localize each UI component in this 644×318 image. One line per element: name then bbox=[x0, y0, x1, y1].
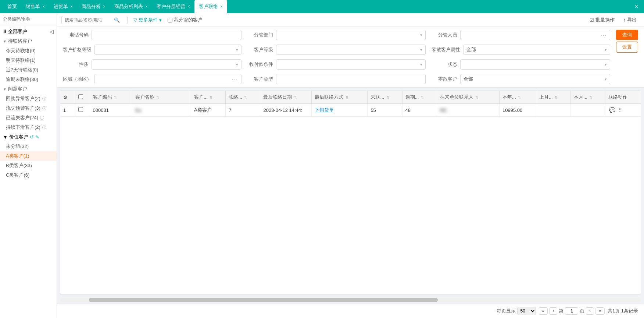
sidebar-item-today[interactable]: 今天待联络(0) bbox=[0, 46, 57, 56]
query-button[interactable]: 查询 bbox=[616, 30, 638, 40]
filter-nature-label: 性质 bbox=[63, 61, 89, 68]
td-checkbox[interactable] bbox=[75, 104, 90, 117]
sort-icon-unit[interactable]: ⇅ bbox=[475, 95, 478, 99]
th-contact-count: 联络... ⇅ bbox=[226, 91, 260, 104]
my-customers-checkbox[interactable] bbox=[168, 18, 172, 22]
edit-icon[interactable]: ✎ bbox=[35, 134, 39, 140]
nav-product-list-close-icon[interactable]: × bbox=[145, 0, 148, 13]
qr-action-icon[interactable]: ⠿ bbox=[618, 107, 622, 113]
nav-purchase-close-icon[interactable]: × bbox=[70, 0, 73, 13]
sidebar-section-pending[interactable]: ▼ 待联络客户 bbox=[0, 36, 57, 46]
horizontal-scrollbar[interactable] bbox=[60, 298, 641, 302]
info-icon-4: ⓘ bbox=[42, 125, 46, 130]
sort-icon-method[interactable]: ⇅ bbox=[346, 95, 348, 99]
nav-product-analysis-close-icon[interactable]: × bbox=[103, 0, 105, 13]
sidebar-item-class-b[interactable]: B类客户(33) bbox=[0, 161, 57, 170]
filter-region-select[interactable]: ··· bbox=[94, 74, 242, 84]
last-method-link[interactable]: 下销货单 bbox=[315, 107, 334, 113]
filter-phone-input[interactable] bbox=[92, 30, 242, 40]
filter-nature-select[interactable]: ▾ bbox=[92, 59, 242, 70]
sidebar-item-tomorrow[interactable]: 明天待联络(1) bbox=[0, 56, 57, 65]
filter-nature: 性质 ▾ bbox=[63, 59, 242, 70]
sort-icon-name[interactable]: ⇅ bbox=[156, 95, 159, 99]
sort-icon-last-month[interactable]: ⇅ bbox=[555, 95, 558, 99]
sort-icon-contact[interactable]: ⇅ bbox=[244, 95, 247, 99]
nav-sales[interactable]: 销售单 × bbox=[21, 0, 49, 13]
sort-icon-year[interactable]: ⇅ bbox=[518, 95, 521, 99]
first-page-button[interactable]: « bbox=[539, 307, 548, 315]
sort-icon-no-contact[interactable]: ⇅ bbox=[386, 95, 389, 99]
toolbar-search-icon[interactable]: 🔍 bbox=[114, 17, 120, 23]
row-checkbox[interactable] bbox=[78, 107, 83, 112]
batch-operation-button[interactable]: ☑ 批量操作 bbox=[587, 15, 618, 24]
chat-action-icon[interactable]: 💬 bbox=[609, 107, 615, 113]
filter-customer-type-input[interactable] bbox=[276, 74, 426, 84]
filter-status-select[interactable]: ▾ bbox=[460, 59, 610, 70]
sidebar-search-area: 🔍 bbox=[0, 13, 57, 25]
sort-icon-type[interactable]: ⇅ bbox=[210, 95, 212, 99]
sidebar-item-declining[interactable]: 持续下滑客户(2) ⓘ bbox=[0, 123, 57, 132]
filter-more-button[interactable]: ▽ 更多条件 ▾ bbox=[130, 15, 165, 24]
chevron-down-icon-5: ▾ bbox=[236, 62, 238, 67]
nav-customer-contact[interactable]: 客户联络 × bbox=[194, 0, 227, 13]
th-settings[interactable]: ⚙ bbox=[60, 91, 75, 104]
nav-tier-close-icon[interactable]: × bbox=[187, 0, 190, 13]
td-code: 000031 bbox=[90, 104, 132, 117]
th-this-year: 本年... ⇅ bbox=[499, 91, 536, 104]
nav-product-analysis-list[interactable]: 商品分析列表 × bbox=[110, 0, 152, 13]
toolbar-search-input[interactable] bbox=[65, 17, 112, 22]
per-page-select[interactable]: 50 20 100 bbox=[517, 307, 536, 315]
nav-contact-close-icon[interactable]: × bbox=[220, 0, 223, 13]
page-navigation: « ‹ 第 页 › » bbox=[539, 307, 605, 315]
sidebar-item-lost[interactable]: 已流失客户(24) ⓘ bbox=[0, 113, 57, 123]
sidebar-all-customers[interactable]: ⠿ 全部客户 ◁ bbox=[0, 25, 57, 36]
sort-icon-this-month[interactable]: ⇅ bbox=[589, 95, 592, 99]
select-all-checkbox[interactable] bbox=[78, 94, 83, 99]
nav-product-analysis[interactable]: 商品分析 × bbox=[77, 0, 110, 13]
filter-region: 区域（地区） ··· bbox=[63, 74, 242, 84]
th-last-month: 上月... ⇅ bbox=[536, 91, 570, 104]
nav-close-all-button[interactable]: × bbox=[632, 3, 641, 10]
next-page-button[interactable]: › bbox=[586, 307, 594, 315]
nav-customer-tier[interactable]: 客户分层经营 × bbox=[152, 0, 194, 13]
dots-icon-2: ··· bbox=[232, 77, 238, 82]
filter-person-select[interactable]: ··· bbox=[460, 30, 610, 40]
sidebar-item-unclassified[interactable]: 未分组(32) bbox=[0, 142, 57, 151]
unit-contact-blurred: RE . bbox=[440, 107, 449, 113]
settings-icon[interactable]: ⚙ bbox=[63, 95, 68, 100]
sidebar-item-overdue[interactable]: 逾期未联络(30) bbox=[0, 75, 57, 84]
filter-retail-attr-select[interactable]: 全部 ▾ bbox=[463, 45, 610, 55]
my-customers-filter[interactable]: 我分管的客户 bbox=[168, 17, 203, 23]
nav-sales-close-icon[interactable]: × bbox=[42, 0, 45, 13]
sort-icon-last-date[interactable]: ⇅ bbox=[294, 95, 297, 99]
filter-price-grade-select[interactable]: ▾ bbox=[94, 45, 242, 55]
set-button[interactable]: 设置 bbox=[616, 42, 638, 53]
filter-dept-select[interactable]: ▾ bbox=[276, 30, 426, 40]
sidebar-search-input[interactable] bbox=[3, 17, 57, 22]
filter-retail-attr-label: 零散客户属性 bbox=[432, 46, 460, 53]
sidebar-item-abnormal[interactable]: 回购异常客户(2) ⓘ bbox=[0, 94, 57, 103]
sort-icon-code[interactable]: ⇅ bbox=[114, 95, 117, 99]
filter-retail-select[interactable]: 全部 ▾ bbox=[460, 74, 610, 84]
refresh-icon[interactable]: ↺ bbox=[30, 134, 34, 140]
filter-customer-grade-select[interactable]: ▾ bbox=[276, 45, 426, 55]
th-checkbox[interactable] bbox=[75, 91, 90, 104]
sidebar-item-7days[interactable]: 近7天待联络(0) bbox=[0, 65, 57, 75]
sidebar-item-warning[interactable]: 流失预警客户(3) ⓘ bbox=[0, 103, 57, 113]
page-number-input[interactable] bbox=[565, 307, 578, 315]
last-page-button[interactable]: » bbox=[595, 307, 605, 315]
export-button[interactable]: ↑ 导出 bbox=[620, 15, 640, 24]
triangle-down-icon-3: ▼ bbox=[3, 134, 8, 140]
sidebar-item-class-c[interactable]: C类客户(6) bbox=[0, 170, 57, 180]
nav-home[interactable]: 首页 bbox=[3, 0, 21, 13]
filter-retail: 零散客户 全部 ▾ bbox=[432, 74, 610, 84]
sidebar-collapse-button[interactable]: ◁ bbox=[50, 29, 54, 35]
th-name-label: 客户名称 bbox=[135, 94, 154, 100]
sort-icon-overdue[interactable]: ⇅ bbox=[421, 95, 424, 99]
nav-purchase[interactable]: 进货单 × bbox=[49, 0, 77, 13]
prev-page-button[interactable]: ‹ bbox=[549, 307, 557, 315]
filter-payment-select[interactable]: ▾ bbox=[276, 59, 426, 70]
scrollbar-thumb[interactable] bbox=[89, 298, 438, 302]
sidebar-section-problem[interactable]: ▼ 问题客户 bbox=[0, 84, 57, 94]
sidebar-item-class-a[interactable]: A类客户(1) bbox=[0, 151, 57, 161]
